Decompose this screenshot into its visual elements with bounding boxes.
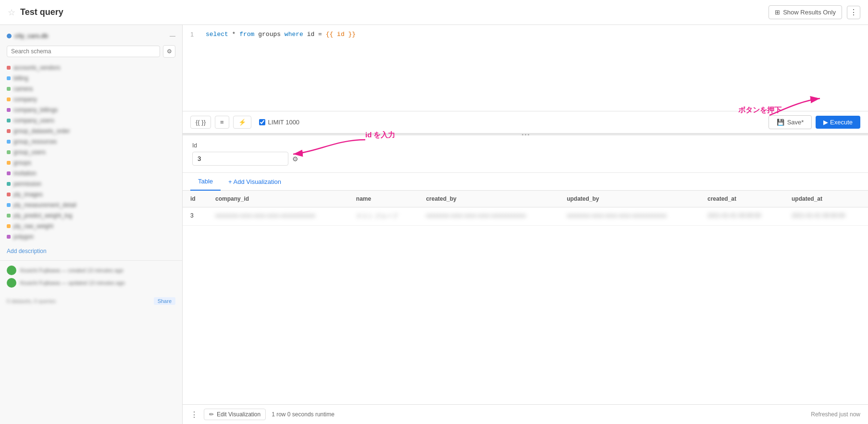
edit-viz-label: Edit Visualization (217, 411, 260, 418)
list-item[interactable]: billing (0, 73, 182, 84)
line-number: 1 (190, 31, 198, 38)
toolbar: {{ }} ≡ ⚡ LIMIT 1000 💾 Save* ▶ Execute (183, 111, 868, 133)
limit-label: LIMIT 1000 (268, 119, 300, 126)
tabs-row: Table + Add Visualization (183, 173, 868, 191)
user-avatar-updated (7, 278, 16, 288)
col-id: id (183, 191, 208, 207)
results-area: id company_id name created_by updated_by… (183, 191, 868, 404)
param-id-input[interactable] (192, 152, 288, 166)
footer-left: ⋮ ✏ Edit Visualization 1 row 0 seconds r… (190, 409, 335, 420)
list-item[interactable]: ply_predict_weight_log (0, 210, 182, 221)
table-header-row: id company_id name created_by updated_by… (183, 191, 868, 207)
list-item[interactable]: accounts_vendors (0, 62, 182, 73)
list-item[interactable]: camera (0, 84, 182, 94)
sidebar-share-button[interactable]: Share (154, 297, 175, 305)
header: ☆ Test query ⊞ Show Results Only ⋮ (0, 0, 868, 25)
user-avatar-created (7, 266, 16, 275)
list-item[interactable]: group_users (0, 147, 182, 157)
main-content: 1 select * from groups where id = {{ id … (183, 25, 868, 424)
list-item[interactable]: invitation (0, 168, 182, 179)
show-results-button[interactable]: ⊞ Show Results Only (769, 5, 842, 19)
list-item[interactable]: company_users (0, 115, 182, 126)
cell-company-id: xxxxxxxx-xxxx-xxxx-xxxx-xxxxxxxxxxxx (208, 207, 348, 226)
footer: ⋮ ✏ Edit Visualization 1 row 0 seconds r… (183, 404, 868, 424)
col-created-by: created_by (418, 191, 559, 207)
tab-table[interactable]: Table (190, 173, 221, 191)
param-label: Id (192, 142, 298, 149)
runtime-text: 1 row 0 seconds runtime (272, 411, 335, 418)
add-visualization-button[interactable]: + Add Visualization (221, 173, 289, 190)
template-button[interactable]: {{ }} (190, 116, 211, 129)
lightning-button[interactable]: ⚡ (233, 116, 251, 129)
sql-editor: 1 select * from groups where id = {{ id … (183, 25, 868, 111)
user-updated-info: Kouichi Fujikawa — updated 13 minutes ag… (20, 280, 125, 286)
edit-visualization-button[interactable]: ✏ Edit Visualization (204, 409, 266, 420)
save-label: Save* (787, 119, 804, 126)
col-updated-by: updated_by (559, 191, 700, 207)
execute-button[interactable]: ▶ Execute (816, 116, 860, 129)
col-updated-at: updated_at (784, 191, 868, 207)
sql-line: 1 select * from groups where id = {{ id … (183, 25, 868, 44)
sidebar-db-label: city_cars.db (7, 33, 48, 39)
sql-code[interactable]: select * from groups where id = {{ id }} (206, 31, 356, 38)
sidebar: city_cars.db — ⚙ accounts_vendors billin… (0, 25, 183, 424)
format-button[interactable]: ≡ (215, 116, 229, 129)
col-created-at: created_at (700, 191, 784, 207)
cell-updated-by: xxxxxxxx-xxxx-xxxx-xxxx-xxxxxxxxxxxx (559, 207, 700, 226)
cell-name: テスト グループ (348, 207, 419, 226)
show-results-label: Show Results Only (783, 9, 836, 16)
list-item[interactable]: polygon (0, 231, 182, 242)
list-item[interactable]: group_resources (0, 136, 182, 147)
execute-label: ▶ Execute (823, 119, 853, 126)
page-title: Test query (20, 7, 63, 17)
db-name: city_cars.db (14, 33, 48, 39)
list-item[interactable]: ply_measurement_detail (0, 200, 182, 210)
sidebar-collapse-button[interactable]: — (170, 33, 175, 39)
sidebar-user-section: Kouichi Fujikawa — created 13 minutes ag… (0, 260, 182, 295)
sidebar-user-updated-row: Kouichi Fujikawa — updated 13 minutes ag… (7, 278, 175, 288)
user-created-info: Kouichi Fujikawa — created 13 minutes ag… (20, 267, 124, 273)
cell-updated-at: 2021-01-01 00:00:00 (784, 207, 868, 226)
list-item[interactable]: groups (0, 157, 182, 168)
data-table: id company_id name created_by updated_by… (183, 191, 868, 226)
sidebar-settings-button[interactable]: ⚙ (163, 45, 175, 58)
param-gear-icon[interactable]: ⚙ (292, 155, 298, 163)
main-layout: city_cars.db — ⚙ accounts_vendors billin… (0, 25, 868, 424)
header-more-button[interactable]: ⋮ (847, 6, 860, 19)
list-item[interactable]: permission (0, 179, 182, 189)
table-grid-icon: ⊞ (775, 9, 780, 16)
col-name: name (348, 191, 419, 207)
pencil-icon: ✏ (209, 411, 214, 418)
param-input-row: Id ⚙ (192, 142, 858, 166)
cell-created-at: 2021-01-01 00:00:00 (700, 207, 784, 226)
col-company-id: company_id (208, 191, 348, 207)
cell-id: 3 (183, 207, 208, 226)
sidebar-search-input[interactable] (7, 46, 160, 57)
cell-created-by: xxxxxxxx-xxxx-xxxx-xxxx-xxxxxxxxxxxx (418, 207, 559, 226)
sidebar-db-item: city_cars.db — (0, 30, 182, 42)
table-row: 3 xxxxxxxx-xxxx-xxxx-xxxx-xxxxxxxxxxxx テ… (183, 207, 868, 226)
save-button[interactable]: 💾 Save* (769, 115, 812, 129)
parameter-area: Id ⚙ id を入力 (183, 135, 868, 173)
sidebar-refresh-row: 0 datasets, 0 queries Share (0, 295, 182, 307)
list-item[interactable]: ply_raw_weight (0, 221, 182, 231)
list-item[interactable]: ply_images (0, 189, 182, 200)
sidebar-refresh-text: 0 datasets, 0 queries (7, 298, 56, 304)
star-icon[interactable]: ☆ (8, 7, 15, 18)
add-description-link[interactable]: Add description (0, 244, 182, 258)
header-left: ☆ Test query (8, 7, 63, 18)
list-item[interactable]: group_datasets_order (0, 126, 182, 136)
list-item[interactable]: company (0, 94, 182, 105)
limit-checkbox[interactable] (259, 119, 265, 125)
sidebar-user-created-row: Kouichi Fujikawa — created 13 minutes ag… (7, 266, 175, 275)
save-icon: 💾 (777, 119, 784, 126)
sidebar-search-row: ⚙ (0, 42, 182, 61)
limit-checkbox-row: LIMIT 1000 (259, 119, 300, 126)
footer-more-icon[interactable]: ⋮ (190, 410, 198, 419)
sidebar-table-list: accounts_vendors billing camera company … (0, 61, 182, 244)
header-right: ⊞ Show Results Only ⋮ (769, 5, 860, 19)
list-item[interactable]: company_billings (0, 105, 182, 115)
db-dot (7, 34, 12, 38)
more-icon: ⋮ (850, 8, 857, 17)
refreshed-text: Refreshed just now (811, 411, 860, 418)
